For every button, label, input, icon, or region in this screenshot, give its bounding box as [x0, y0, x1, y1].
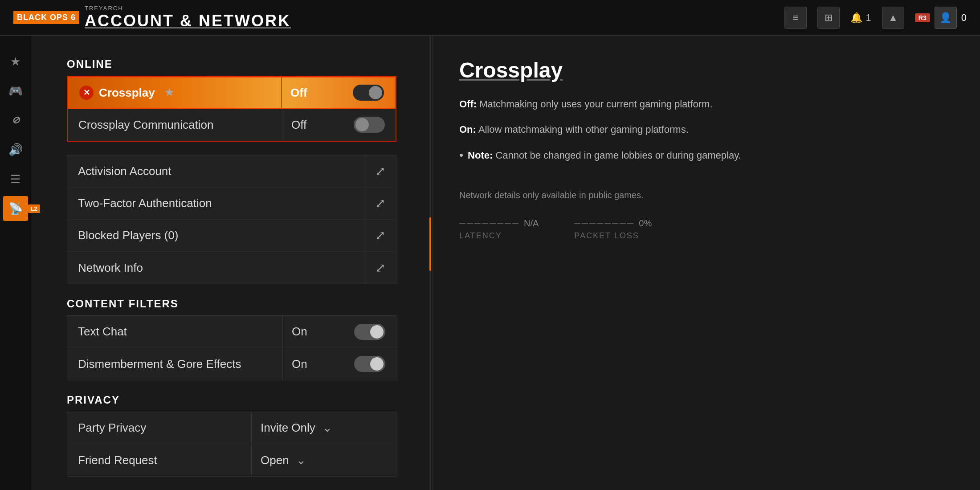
latency-stat: N/A LATENCY [459, 218, 539, 241]
profile-count: 0 [961, 12, 967, 24]
arrow-icon-button[interactable]: ▲ [882, 7, 904, 29]
latency-value: N/A [524, 218, 539, 229]
dash-6 [497, 223, 503, 224]
grid-icon-button[interactable]: ⊞ [817, 7, 840, 29]
text-chat-toggle-knob [370, 325, 384, 339]
note-keyword: Note: [468, 150, 493, 161]
profile-icon[interactable]: 👤 [935, 7, 957, 29]
blocked-players-text: Blocked Players (0) [78, 229, 178, 242]
packet-loss-value: 0% [639, 218, 652, 229]
scroll-thumb[interactable] [429, 217, 431, 271]
party-privacy-chevron-down-icon: ⌄ [323, 421, 332, 435]
off-keyword: Off: [459, 98, 477, 110]
profile-badge: R3 [915, 13, 930, 22]
sidebar-item-content[interactable]: ☰ [3, 167, 28, 192]
pdash-6 [612, 223, 618, 224]
content-filters-group: Text Chat On Dismemberment & Gore Effect… [67, 315, 396, 380]
bp-divider [366, 220, 366, 251]
grid-icon: ⊞ [825, 12, 833, 24]
pdash-4 [597, 223, 603, 224]
content-icon: ☰ [10, 172, 20, 186]
logo-area: BLACK OPS 6 TREYARCH ACCOUNT & NETWORK [13, 5, 291, 30]
network-info-external-icon: ⤢ [375, 261, 385, 275]
crossplay-comm-divider [282, 109, 282, 141]
friend-request-dropdown[interactable]: Open ⌄ [261, 453, 385, 467]
party-privacy-row[interactable]: Party Privacy Invite Only ⌄ [67, 412, 396, 444]
bell-icon: 🔔 [850, 12, 862, 24]
friend-request-row[interactable]: Friend Request Open ⌄ [67, 444, 396, 476]
x-circle-icon: ✕ [79, 86, 94, 100]
friend-request-chevron-down-icon: ⌄ [296, 453, 306, 467]
settings-scroll-container: ONLINE ✕ Crossplay ★ Off [31, 36, 432, 490]
crossplay-label: ✕ Crossplay ★ [79, 86, 272, 100]
crossplay-divider [281, 78, 282, 108]
activision-account-text: Activision Account [78, 164, 172, 178]
interface-icon: ⊘ [12, 114, 20, 126]
network-info-row[interactable]: Network Info ⤢ [67, 252, 396, 284]
blocked-players-row[interactable]: Blocked Players (0) ⤢ [67, 220, 396, 252]
menu-icon-button[interactable]: ≡ [784, 7, 807, 29]
network-info-text: Network Info [78, 261, 143, 275]
text-chat-toggle[interactable] [354, 324, 385, 340]
crossplay-star-icon: ★ [165, 87, 174, 98]
fr-divider [251, 444, 252, 476]
sidebar-item-audio[interactable]: 🔊 [3, 137, 28, 162]
network-icon: 📡 [8, 202, 23, 216]
page-title-area: TREYARCH ACCOUNT & NETWORK [85, 5, 291, 30]
pp-divider [251, 412, 252, 444]
dash-1 [459, 223, 466, 224]
dash-5 [490, 223, 496, 224]
crossplay-communication-toggle[interactable] [354, 117, 385, 133]
network-stats: N/A LATENCY 0% [459, 218, 953, 241]
party-privacy-dropdown[interactable]: Invite Only ⌄ [261, 421, 385, 435]
activision-account-row[interactable]: Activision Account ⤢ [67, 155, 396, 188]
controller-icon: 🎮 [8, 84, 23, 98]
pdash-8 [627, 223, 633, 224]
text-chat-value: On [292, 325, 345, 339]
packet-loss-line: 0% [574, 218, 652, 229]
left-sidebar: ★ 🎮 ⊘ 🔊 ☰ 📡 L2 [0, 36, 31, 490]
crossplay-value: Off [290, 86, 344, 100]
network-info-label: Network Info [78, 261, 357, 275]
text-chat-row[interactable]: Text Chat On [67, 316, 396, 348]
gore-effects-row[interactable]: Dismemberment & Gore Effects On [67, 348, 396, 380]
crossplay-communication-label: Crossplay Communication [78, 118, 273, 132]
party-privacy-text: Party Privacy [78, 421, 146, 435]
top-bar: BLACK OPS 6 TREYARCH ACCOUNT & NETWORK ≡… [0, 0, 980, 36]
gore-effects-text: Dismemberment & Gore Effects [78, 357, 241, 371]
blocked-players-label: Blocked Players (0) [78, 229, 357, 242]
sidebar-item-network[interactable]: 📡 L2 [3, 196, 28, 221]
privacy-section-label: PRIVACY [67, 394, 396, 406]
sidebar-item-favorites[interactable]: ★ [3, 49, 28, 74]
sidebar-item-interface[interactable]: ⊘ [3, 108, 28, 133]
packet-loss-dashes [574, 223, 633, 224]
logo-text: BLACK OPS 6 [17, 13, 76, 22]
on-text: Allow matchmaking with other gaming plat… [478, 124, 689, 135]
menu-icon: ≡ [792, 12, 798, 24]
gore-effects-toggle[interactable] [354, 356, 385, 372]
crossplay-toggle[interactable] [353, 85, 384, 101]
pdash-1 [574, 223, 580, 224]
scroll-track [429, 36, 431, 490]
notification-area[interactable]: 🔔 1 [850, 12, 871, 24]
two-factor-external-icon: ⤢ [375, 196, 385, 211]
crossplay-communication-row[interactable]: Crossplay Communication Off [68, 109, 396, 141]
sidebar-item-controller[interactable]: 🎮 [3, 78, 28, 103]
desc-on-line: On: Allow matchmaking with other gaming … [459, 121, 953, 138]
dash-8 [512, 223, 519, 224]
page-main-title: ACCOUNT & NETWORK [85, 12, 291, 30]
star-icon: ★ [10, 55, 20, 69]
pdash-7 [620, 223, 626, 224]
crossplay-row[interactable]: ✕ Crossplay ★ Off [68, 77, 396, 109]
text-chat-label: Text Chat [78, 325, 274, 339]
text-chat-text: Text Chat [78, 325, 127, 339]
online-section-label: ONLINE [67, 58, 396, 70]
two-factor-auth-row[interactable]: Two-Factor Authentication ⤢ [67, 188, 396, 220]
online-settings-group: ✕ Crossplay ★ Off Crossplay Communicatio… [67, 76, 396, 142]
two-factor-auth-label: Two-Factor Authentication [78, 196, 357, 210]
party-privacy-value: Invite Only [261, 421, 315, 435]
act-divider [366, 155, 366, 187]
desc-note-line: • Note: Cannot be changed in game lobbie… [459, 147, 953, 163]
pdash-5 [604, 223, 611, 224]
audio-icon: 🔊 [8, 143, 23, 157]
